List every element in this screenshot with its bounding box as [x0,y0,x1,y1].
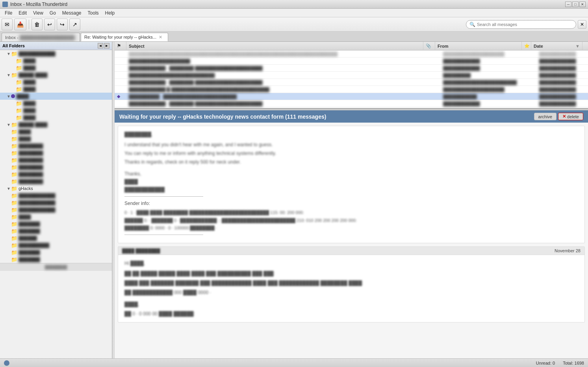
msg-attach-7 [429,103,441,104]
close-search-button[interactable]: ✕ [578,20,586,29]
unread-status: Unread: 0 [536,361,555,365]
sidebar-item-gh1[interactable]: 📁 ████████████ [0,192,112,199]
menu-view[interactable]: View [30,9,46,17]
sidebar-item-2[interactable]: 📁 ████ [0,64,112,71]
sidebar-item-label-14: ████████ [19,158,43,162]
sidebar-item-gh3[interactable]: 📁 ████████████ [0,206,112,213]
folder-icon-6: 📁 [16,101,22,106]
msg-attach-6 [429,96,441,97]
search-input[interactable] [477,22,573,27]
col-header-attach[interactable]: 📎 [423,42,435,50]
sidebar-item-3[interactable]: ▼ 📁 █████ ████ [0,71,112,78]
sidebar-item-8[interactable]: 📁 ████ [0,114,112,121]
sidebar-item-label-gh2: ████████████ [19,200,56,205]
delete-button[interactable]: ✕ delete [558,113,583,120]
table-row[interactable]: ◆ ██████████ · ████████████████████████ … [115,93,588,100]
reply-all-button[interactable]: ↪ [57,19,68,30]
sidebar-collapse-button[interactable]: ◄ [98,43,103,48]
sidebar-item-10[interactable]: 📁 ████ [0,128,112,135]
titlebar-controls[interactable]: ─ □ ✕ [565,2,586,7]
thread-view[interactable]: Waiting for your reply -- gHacks technol… [115,110,588,358]
menu-tools[interactable]: Tools [85,9,102,17]
sidebar-item-14[interactable]: 📁 ████████ [0,156,112,164]
sidebar-item-gh4[interactable]: 📁 ████ [0,213,112,220]
sidebar-item-gh6[interactable]: 📁 ███████ [0,227,112,235]
sidebar-item-15[interactable]: 📁 ████████ [0,164,112,171]
col-header-from[interactable]: From [435,42,522,50]
sidebar-item-label-9: █████ ████ [19,122,47,127]
col-subject-label: Subject [129,44,145,48]
sidebar-item-gh7[interactable]: 📁 ██████ [0,235,112,242]
col-header-flag[interactable]: ⭐ [522,42,531,50]
msg-more-2: ██ 0 · 0 000 00 ████ ██████: [124,310,578,317]
msg-subject-6: ██████████ · ████████████████████████ [126,94,429,99]
sidebar-item-12[interactable]: 📁 ████████ [0,142,112,149]
sidebar-item-4[interactable]: 📁 ████ [0,78,112,86]
table-row[interactable]: ████████████ · ████████ ████████████████… [115,79,588,86]
sidebar-item-5[interactable]: 📁 ████ [0,86,112,93]
forward-button[interactable]: ↗ [69,19,80,30]
sidebar-item-11[interactable]: 📁 ████ [0,135,112,142]
msg-subject-1: ████████████████████ [126,58,429,64]
sidebar-item-6[interactable]: 📁 ████ [0,100,112,107]
sidebar-item-16[interactable]: 📁 ████████ [0,171,112,178]
folder-icon-gh6: 📁 [11,228,17,234]
sidebar-item-last[interactable]: 📁 ███████ [0,256,112,263]
menu-file[interactable]: File [2,9,15,17]
archive-button[interactable]: archive [534,113,556,120]
sidebar-item-label-0: ████████████ [19,51,56,56]
table-row[interactable]: ████████████ █ █████████████████████████… [115,86,588,93]
sidebar-item-inbox[interactable]: ▼ ████ [0,93,112,100]
search-box[interactable]: 🔍 [466,20,576,29]
sidebar-item-gh8[interactable]: 📁 ██████████ [0,242,112,249]
message-list[interactable]: ⚑ Subject 📎 From ⭐ Date ▼ ██████ [115,42,588,109]
reply-button[interactable]: ↩ [44,19,55,30]
sidebar-item-13[interactable]: 📁 ████████ [0,149,112,156]
msg-date-7: ████████████ [537,101,588,106]
folder-icon-16: 📁 [11,171,17,177]
col-header-icons[interactable]: ⚑ [115,42,126,50]
get-messages-button[interactable]: 📥 [14,19,26,30]
msg-separator-2 [124,235,203,235]
sidebar-item-9[interactable]: ▼ 📁 █████ ████ [0,121,112,128]
sidebar-item-label-gh9: ███████ [19,250,40,255]
tab-inbox[interactable]: Inbox - ██████████████████ [2,33,80,41]
table-row[interactable]: ████████████ · ████████ ████████████████… [115,100,588,107]
sidebar-item-7[interactable]: 📁 ████ [0,107,112,114]
menu-go[interactable]: Go [46,9,59,17]
get-messages-icon: 📥 [17,22,24,27]
menu-edit[interactable]: Edit [15,9,30,17]
sidebar-expand-button[interactable]: ► [104,43,109,48]
sidebar-item-ghacks[interactable]: ▼ 📁 gHacks [0,185,112,192]
msg-icons-2 [115,68,126,69]
msg-flag-4 [527,82,537,83]
sidebar-item-0[interactable]: ▼ 📁 ████████████ [0,50,112,57]
table-row[interactable]: ████████████████████ ████████████ ██████… [115,58,588,65]
new-message-button[interactable]: ✉ [2,19,13,30]
menu-help[interactable]: Help [102,9,118,17]
msg-sig-1a: Thanks, [124,170,578,177]
table-row[interactable]: ████████████████████████████ █████████ █… [115,72,588,79]
table-row[interactable]: ████████████████████████████████████████… [115,50,588,58]
sidebar-item-gh5[interactable]: 📁 ███████ [0,220,112,227]
tab-reply[interactable]: Re: Waiting for your reply -- gHacks... … [81,33,168,41]
maximize-button[interactable]: □ [572,2,579,7]
thread-action-buttons[interactable]: archive ✕ delete [534,113,583,120]
menu-message[interactable]: Message [59,9,85,17]
sidebar-header-buttons[interactable]: ◄ ► [98,43,109,48]
delete-icon: 🗑 [34,22,40,27]
sidebar-item-gh9[interactable]: 📁 ███████ [0,249,112,256]
col-header-subject[interactable]: Subject [126,42,423,50]
minimize-button[interactable]: ─ [565,2,571,7]
col-header-date[interactable]: Date ▼ [531,42,582,50]
table-row[interactable]: ████████████ · ████████ ████████████████… [115,65,588,72]
sidebar-item-1[interactable]: 📁 ████ [0,57,112,64]
close-button[interactable]: ✕ [579,2,586,7]
tab-close-button[interactable]: ✕ [158,35,163,40]
msg-body-2a: ██ ██ █████ █████ ████ ████ ███ ████████… [124,270,578,277]
statusbar: Unread: 0 Total: 1698 [0,358,588,367]
sidebar-item-17[interactable]: 📁 ████████ [0,178,112,185]
msg-icons-6: ◆ [115,93,126,99]
delete-button[interactable]: 🗑 [32,19,43,30]
sidebar-item-gh2[interactable]: 📁 ████████████ [0,199,112,206]
